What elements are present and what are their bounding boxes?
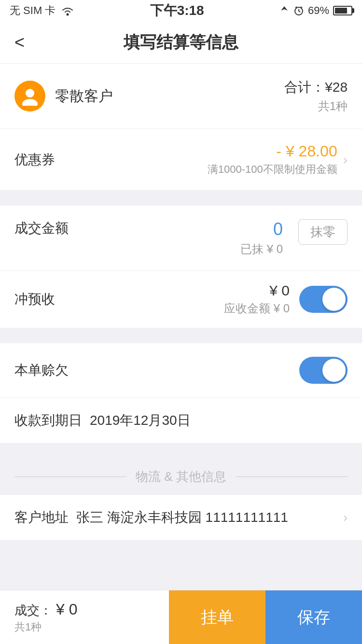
coupon-row[interactable]: 优惠券 - ¥ 28.00 满1000-100不限制使用金额 › xyxy=(0,128,362,190)
user-icon xyxy=(20,86,40,106)
bottom-bar: 成交： ¥ 0 共1种 挂单 保存 xyxy=(0,590,362,644)
status-left: 无 SIM 卡 xyxy=(10,3,75,18)
due-date-value[interactable]: 2019年12月30日 xyxy=(90,411,191,430)
status-right: 69% xyxy=(279,4,352,17)
prereceive-label: 冲预收 xyxy=(14,290,55,308)
coupon-desc: 满1000-100不限制使用金额 xyxy=(208,162,337,177)
bottom-amount: ¥ 0 xyxy=(56,601,77,618)
coupon-amount: - ¥ 28.00 满1000-100不限制使用金额 xyxy=(208,142,337,177)
customer-section: 零散客户 合计：¥28 共1种 优惠券 - ¥ 28.00 满1000-100不… xyxy=(0,64,362,190)
address-chevron-icon: › xyxy=(343,510,348,525)
debt-toggle[interactable] xyxy=(299,357,348,384)
main-content: 零散客户 合计：¥28 共1种 优惠券 - ¥ 28.00 满1000-100不… xyxy=(0,64,362,621)
location-icon xyxy=(279,5,290,16)
status-time: 下午3:18 xyxy=(150,1,204,20)
transaction-label: 成交金额 xyxy=(14,219,69,238)
logistics-text: 物流 & 其他信息 xyxy=(136,468,226,485)
nav-bar: < 填写结算等信息 xyxy=(0,21,362,64)
bottom-left: 成交： ¥ 0 共1种 xyxy=(0,601,169,634)
transaction-section: 成交金额 0 已抹 ¥ 0 抹零 冲预收 ¥ 0 应收金额 ¥ 0 xyxy=(0,206,362,328)
bottom-transaction-row: 成交： ¥ 0 xyxy=(14,601,154,619)
back-button[interactable]: < xyxy=(14,32,25,53)
wifi-icon xyxy=(60,5,75,16)
address-label: 客户地址 xyxy=(14,508,69,527)
bottom-space xyxy=(0,548,362,563)
prereceive-sub: 应收金额 ¥ 0 xyxy=(224,301,290,316)
page-title: 填写结算等信息 xyxy=(124,31,238,54)
customer-right: 合计：¥28 共1种 xyxy=(284,78,348,114)
svg-line-3 xyxy=(299,11,300,12)
logistics-line-right xyxy=(236,476,348,477)
bottom-transaction-label: 成交： xyxy=(14,602,52,619)
debt-toggle-knob xyxy=(322,359,346,382)
customer-row: 零散客户 合计：¥28 共1种 xyxy=(0,64,362,128)
svg-point-6 xyxy=(26,89,34,98)
prereceive-right: ¥ 0 应收金额 ¥ 0 xyxy=(224,282,348,316)
svg-point-0 xyxy=(67,14,69,16)
customer-left: 零散客户 xyxy=(14,81,113,112)
address-value: 张三 海淀永丰科技园 11111111111 xyxy=(76,508,341,527)
section-divider-1 xyxy=(0,198,362,206)
logistics-divider: 物流 & 其他信息 xyxy=(0,459,362,495)
debt-label: 本单赊欠 xyxy=(14,361,69,379)
toggle-knob xyxy=(322,288,346,311)
customer-name: 零散客户 xyxy=(55,86,113,106)
svg-point-7 xyxy=(22,99,38,106)
total-amount: 合计：¥28 xyxy=(284,78,348,97)
prereceive-toggle[interactable] xyxy=(299,286,348,313)
due-date-label: 收款到期日 xyxy=(14,411,82,430)
round-button[interactable]: 抹零 xyxy=(298,219,348,245)
avatar xyxy=(14,81,45,112)
logistics-line-left xyxy=(14,476,126,477)
chevron-right-icon: › xyxy=(343,152,348,168)
address-section: 客户地址 张三 海淀永丰科技园 11111111111 › xyxy=(0,495,362,540)
no-sim-text: 无 SIM 卡 xyxy=(10,3,56,18)
pending-button[interactable]: 挂单 xyxy=(169,590,265,644)
battery-icon xyxy=(333,6,352,15)
transaction-right: 0 已抹 ¥ 0 抹零 xyxy=(240,219,348,257)
debt-section: 本单赊欠 收款到期日 2019年12月30日 xyxy=(0,343,362,443)
bottom-count: 共1种 xyxy=(14,620,154,634)
prereceive-row: 冲预收 ¥ 0 应收金额 ¥ 0 xyxy=(0,271,362,328)
debt-row: 本单赊欠 xyxy=(0,343,362,397)
transaction-sub: 已抹 ¥ 0 xyxy=(240,241,283,257)
prereceive-amount: ¥ 0 应收金额 ¥ 0 xyxy=(224,282,290,316)
total-count: 共1种 xyxy=(284,98,348,114)
coupon-label: 优惠券 xyxy=(14,151,55,169)
status-bar: 无 SIM 卡 下午3:18 69% xyxy=(0,0,362,21)
transaction-row: 成交金额 0 已抹 ¥ 0 抹零 xyxy=(0,206,362,271)
coupon-discount: - ¥ 28.00 xyxy=(208,142,337,160)
section-divider-3 xyxy=(0,451,362,459)
save-button[interactable]: 保存 xyxy=(265,590,362,644)
battery-percent: 69% xyxy=(308,4,329,17)
section-divider-2 xyxy=(0,336,362,343)
due-date-row: 收款到期日 2019年12月30日 xyxy=(0,397,362,443)
prereceive-val: ¥ 0 xyxy=(224,282,290,299)
alarm-icon xyxy=(293,5,304,16)
transaction-amount[interactable]: 0 xyxy=(273,219,283,239)
transaction-value: 0 已抹 ¥ 0 xyxy=(240,219,283,257)
coupon-right: - ¥ 28.00 满1000-100不限制使用金额 › xyxy=(208,142,348,177)
address-row[interactable]: 客户地址 张三 海淀永丰科技园 11111111111 › xyxy=(0,495,362,540)
